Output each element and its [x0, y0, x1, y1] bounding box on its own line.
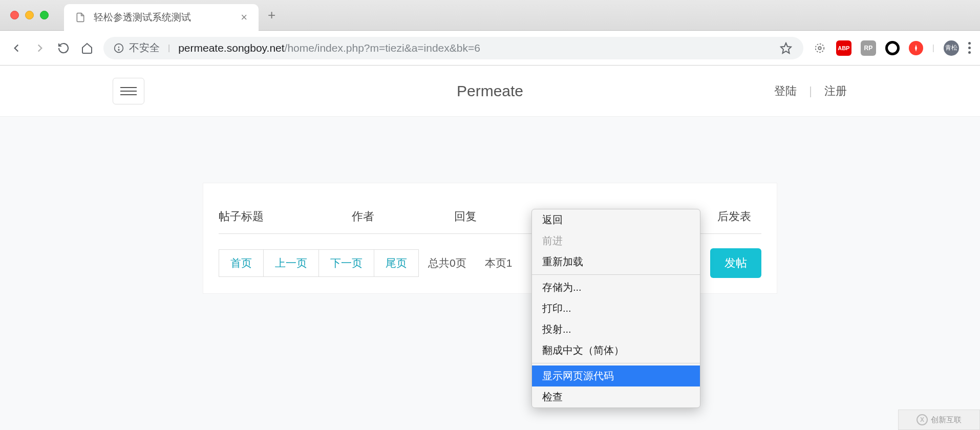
- window-chrome: 轻松参透测试系统测试 × +: [0, 0, 980, 31]
- ctx-separator: [532, 363, 700, 363]
- rp-extension-icon[interactable]: RP: [861, 40, 876, 56]
- tab-title: 轻松参透测试系统测试: [94, 11, 232, 24]
- page-icon: [75, 12, 86, 23]
- tabs-row: 轻松参透测试系统测试 × +: [64, 0, 980, 30]
- watermark-text: 创新互联: [931, 415, 962, 425]
- profile-avatar[interactable]: 青松: [944, 40, 959, 56]
- auth-links: 登陆 | 注册: [774, 83, 847, 99]
- pager-thispage: 本页1: [485, 256, 513, 270]
- circle-extension-icon[interactable]: [885, 41, 900, 55]
- svg-point-2: [118, 49, 119, 50]
- address-bar[interactable]: 不安全 | permeate.songboy.net/home/index.ph…: [103, 37, 803, 59]
- page-viewport: Permeate 登陆 | 注册 帖子标题 作者 回复 后发表 首页 上一页 下…: [0, 66, 980, 430]
- pager-prev[interactable]: 上一页: [263, 249, 319, 277]
- pager-first[interactable]: 首页: [219, 249, 264, 277]
- tab-close-button[interactable]: ×: [241, 11, 247, 24]
- avatar-text: 青松: [945, 44, 957, 52]
- new-post-button[interactable]: 发帖: [710, 248, 761, 278]
- watermark-icon: X: [917, 414, 928, 425]
- auth-separator: |: [809, 84, 812, 98]
- menu-toggle-button[interactable]: [113, 78, 144, 104]
- extensions-area: ABP RP | 青松: [813, 40, 971, 56]
- abp-label: ABP: [838, 45, 849, 51]
- inspect-extension-icon[interactable]: [813, 41, 827, 55]
- ctx-print[interactable]: 打印...: [532, 298, 700, 319]
- col-author: 作者: [352, 209, 454, 224]
- minimize-window-button[interactable]: [25, 11, 34, 19]
- home-button[interactable]: [80, 41, 94, 55]
- ctx-reload[interactable]: 重新加载: [532, 251, 700, 272]
- watermark: X 创新互联: [898, 410, 980, 430]
- browser-menu-button[interactable]: [968, 42, 971, 54]
- svg-marker-3: [781, 43, 791, 53]
- close-window-button[interactable]: [10, 11, 19, 19]
- context-menu: 返回 前进 重新加载 存储为... 打印... 投射... 翻成中文（简体） 显…: [531, 209, 700, 408]
- browser-toolbar: 不安全 | permeate.songboy.net/home/index.ph…: [0, 31, 980, 66]
- ctx-translate[interactable]: 翻成中文（简体）: [532, 340, 700, 361]
- pager-next[interactable]: 下一页: [318, 249, 374, 277]
- compass-extension-icon[interactable]: [909, 41, 923, 55]
- pager-last[interactable]: 尾页: [374, 249, 419, 277]
- ctx-separator: [532, 274, 700, 275]
- security-indicator[interactable]: 不安全: [114, 41, 160, 55]
- maximize-window-button[interactable]: [40, 11, 49, 19]
- pager-total: 总共0页: [428, 256, 466, 270]
- site-header: Permeate 登陆 | 注册: [0, 66, 980, 117]
- col-title: 帖子标题: [219, 209, 352, 224]
- reload-button[interactable]: [56, 41, 71, 55]
- insecure-label: 不安全: [129, 41, 160, 55]
- adblock-extension-icon[interactable]: ABP: [836, 40, 851, 56]
- traffic-lights: [10, 11, 49, 19]
- ctx-save-as[interactable]: 存储为...: [532, 277, 700, 298]
- svg-point-5: [818, 47, 821, 50]
- url-host: permeate.songboy.net: [178, 42, 284, 54]
- bookmark-star-icon[interactable]: [779, 41, 793, 55]
- rp-label: RP: [864, 45, 873, 52]
- ctx-back[interactable]: 返回: [532, 209, 700, 230]
- forward-button[interactable]: [33, 41, 47, 55]
- back-button[interactable]: [9, 41, 24, 55]
- url-path: /home/index.php?m=tiezi&a=index&bk=6: [285, 42, 480, 54]
- ctx-cast[interactable]: 投射...: [532, 319, 700, 340]
- browser-tab[interactable]: 轻松参透测试系统测试 ×: [64, 4, 259, 31]
- login-link[interactable]: 登陆: [774, 83, 797, 99]
- new-tab-button[interactable]: +: [268, 7, 275, 23]
- svg-marker-6: [915, 45, 917, 51]
- ctx-forward: 前进: [532, 230, 700, 251]
- ctx-view-source[interactable]: 显示网页源代码: [532, 365, 700, 386]
- ctx-inspect[interactable]: 检查: [532, 386, 700, 407]
- url-text: permeate.songboy.net/home/index.php?m=ti…: [178, 42, 480, 54]
- svg-point-4: [816, 44, 824, 52]
- register-link[interactable]: 注册: [824, 83, 847, 99]
- site-brand: Permeate: [457, 82, 523, 100]
